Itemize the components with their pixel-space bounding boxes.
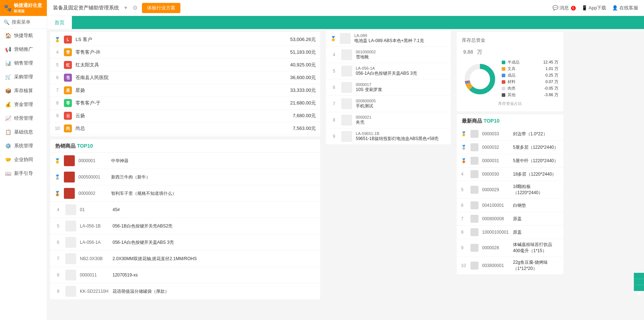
sidebar-item-label: 采购管理 — [14, 74, 33, 80]
product-name: 056-1A白色按键开关盖ABS 3壳 — [113, 239, 316, 246]
customer-amount: 21,680.00元 — [290, 100, 316, 106]
rank-medal: 🥈 — [54, 175, 60, 180]
newest-products-card: 最新商品 TOP10 🥇 0000033 封边带（1.0*22） 🥈 00000… — [457, 114, 563, 275]
product-thumb — [470, 228, 478, 236]
rank-number: 8 — [54, 100, 60, 106]
hot-products-title: 热销商品 TOP10 — [50, 139, 320, 153]
customer-amount: 7,680.00元 — [293, 112, 316, 119]
sidebar-item-finance[interactable]: 💰 资金管理 — [0, 98, 47, 111]
sidebar-item-marketing[interactable]: 📢 营销推广 — [0, 42, 47, 56]
product-code: 0000017 — [356, 82, 447, 87]
rank-number: 9 — [461, 245, 467, 250]
product-code: 0000002 — [78, 191, 107, 196]
product-code: 003800001 — [482, 263, 509, 268]
product-thumb — [341, 66, 352, 77]
newest-row: 🥈 0000032 5厘多层（1220*2440） — [457, 141, 563, 154]
legend-value: 0.25 万 — [546, 73, 558, 78]
product-name: 新西兰牛肉（新牛） — [111, 174, 316, 180]
rank-number: 5 — [330, 69, 338, 74]
customer-name: 云扬 — [76, 112, 289, 119]
rank-number: 9 — [54, 289, 62, 294]
product-row: 6 0000017 10S 变刷罗浆 — [326, 79, 451, 96]
list-item: 9 云 云扬 7,680.00元 — [50, 110, 320, 122]
sidebar-item-home[interactable]: 🏠 快捷导航 — [0, 29, 47, 42]
product-name: 056-1A白色按键开关盖ABS 3壳 — [356, 70, 447, 77]
system-icon: ⚙️ — [5, 143, 11, 149]
list-item: 8 零 零售客户-于 21,680.00元 — [50, 97, 320, 110]
float-btn-community[interactable]: 服务社区 — [634, 279, 644, 285]
sidebar-item-basic-info[interactable]: 📋 基础信息 — [0, 125, 47, 139]
legend-value: -3.86 万 — [544, 92, 558, 98]
legend-value: 0.07 万 — [546, 79, 558, 85]
sidebar-item-operations[interactable]: 📈 经营管理 — [0, 111, 47, 125]
product-name: 5厘中纤（1220*2440） — [513, 158, 559, 164]
sidebar-item-system[interactable]: ⚙️ 系统管理 — [0, 139, 47, 153]
online-service-button[interactable]: 👤 在线客服 — [612, 5, 638, 11]
product-name: 18多层（1220*2440） — [513, 171, 559, 177]
sidebar-item-guide[interactable]: 📖 新手引导 — [0, 167, 47, 180]
rank-number: 7 — [461, 216, 467, 221]
message-button[interactable]: 💬 消息 6 — [553, 5, 576, 11]
newest-row: 8 10000100001 原盖 — [457, 226, 563, 239]
product-thumb — [470, 244, 478, 252]
sidebar-item-label: 快捷导航 — [14, 32, 33, 39]
legend-item: 成品 0.25 万 — [502, 73, 558, 78]
gear-icon[interactable]: ⚙ — [133, 4, 138, 11]
middle-column: 🥇 L LS 客户 53,006.26元 4 零 零售客户-许 51,183.0… — [47, 29, 323, 320]
sidebar-item-inventory[interactable]: 📦 库存核算 — [0, 84, 47, 98]
product-code: LA-089 — [354, 33, 447, 38]
product-row: 🥇 0000001 中华神器 — [50, 153, 320, 169]
product-code: LA-056-1B — [80, 223, 109, 229]
product-name: 夹壳 — [356, 119, 447, 126]
legend-value: -0.05 万 — [544, 86, 558, 91]
customer-name: 零售客户-许 — [76, 49, 286, 56]
rank-number: 4 — [461, 172, 467, 177]
sidebar-item-purchase[interactable]: 🛒 采购管理 — [0, 70, 47, 84]
product-code: 0000031 — [482, 158, 509, 163]
avatar: 苍 — [64, 74, 72, 82]
product-row: 4 01 45# — [50, 202, 320, 218]
legend-label: 文具 — [508, 66, 543, 71]
product-name: 59651-1B旋转投影灯电池盒ABS黑色+58壳 — [356, 136, 447, 142]
dropdown-icon[interactable]: ▼ — [123, 5, 128, 11]
product-thumb — [64, 155, 75, 166]
rank-medal: 🥇 — [54, 158, 60, 164]
logo-subtitle: 标准版 — [14, 9, 42, 14]
product-thumb — [65, 270, 76, 280]
right-column: 库存总资金 9.88 万 — [454, 29, 566, 320]
float-buttons: 客服热线 服务社区 直播 — [634, 273, 644, 291]
app-download-label: App下载 — [588, 5, 606, 11]
product-row: 9 KK-SD22110H 花语萌值温分储罐袋（厚款） — [50, 283, 320, 300]
sidebar-item-label: 系统管理 — [14, 143, 33, 149]
product-thumb — [64, 172, 75, 182]
float-btn-live[interactable]: 直播 — [634, 285, 644, 291]
product-code: LA-59651-1B — [356, 131, 447, 136]
product-name: 白钢垫 — [513, 202, 559, 209]
product-code: 0000001 — [78, 158, 107, 163]
product-name: 5厘多层（1220*2440） — [513, 144, 559, 151]
legend-item: 文具 1.01 万 — [502, 66, 558, 71]
purchase-icon: 🛒 — [5, 74, 11, 80]
app-download-button[interactable]: 📱 App下载 — [582, 5, 606, 11]
tab-home[interactable]: 首页 — [47, 16, 72, 29]
sidebar-item-label: 新手引导 — [14, 170, 33, 177]
legend-color — [502, 61, 505, 64]
customer-name: 红太阳文具 — [76, 62, 286, 68]
product-name: 电池盖 LA-089 ABS本色+黑种 7.1克 — [354, 38, 447, 44]
product-thumb — [65, 237, 76, 248]
legend-value: 12.45 万 — [543, 60, 558, 65]
search-menu-item[interactable]: 🔍 搜索菜单 — [0, 16, 47, 29]
rank-number: 8 — [330, 118, 338, 123]
trial-button[interactable]: 体验行业方案 — [142, 3, 180, 13]
rank-number: 6 — [461, 203, 467, 208]
sidebar-item-cooperation[interactable]: 🤝 企业协同 — [0, 153, 47, 167]
legend-color — [502, 93, 505, 97]
newest-row: 🥉 0000031 5厘中纤（1220*2440） — [457, 154, 563, 168]
rank-number: 4 — [54, 50, 60, 55]
sidebar-item-sales[interactable]: 📊 销售管理 — [0, 56, 47, 70]
avatar: 零 — [64, 48, 72, 56]
inventory-amount: 9.88 万 — [462, 46, 558, 56]
message-label: 消息 — [559, 5, 569, 11]
float-btn-service[interactable]: 客服热线 — [634, 273, 644, 279]
customer-amount: 51,183.00元 — [290, 49, 316, 56]
